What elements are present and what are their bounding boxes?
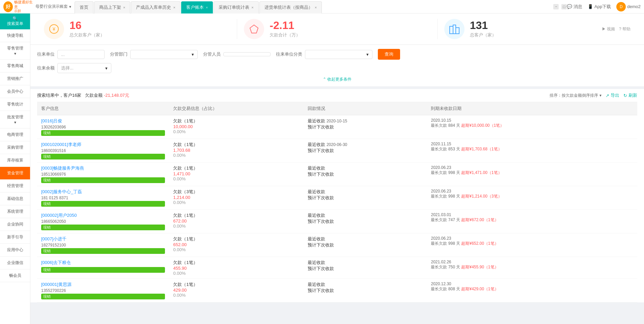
sidebar-item-inventory[interactable]: 库存核算 — [0, 154, 30, 167]
minimize-button[interactable]: － — [553, 4, 559, 9]
customer-name-link[interactable]: [0001020001]李老师 — [41, 142, 165, 148]
close-icon[interactable]: × — [206, 5, 208, 9]
stat-value-2: -2.11 — [270, 20, 300, 31]
overdue-date: 2021.02.26 — [431, 260, 633, 264]
export-button[interactable]: ↗ 导出 — [606, 92, 619, 98]
sidebar-item-purchase[interactable]: 采购管理 — [0, 141, 30, 154]
debt-amount: 1,214.00 — [173, 195, 300, 200]
overdue-amount-link[interactable]: 超期¥1,214.00（3笔） — [461, 194, 502, 199]
customer-cell: [0003]畅捷服务尹海燕 18513066976 现销 — [37, 163, 169, 186]
stats-row: ¥ 16 总欠款客户（家） -2.11 欠款合计（万） — [30, 13, 644, 45]
sidebar-item-enterprise-wechat[interactable]: 企业微信 — [0, 257, 30, 269]
message-button[interactable]: 💬 消息 — [567, 4, 582, 10]
customer-name-link[interactable]: [000002]用户2050 — [41, 212, 165, 218]
dept-select[interactable]: ▾ — [130, 50, 198, 59]
svg-marker-2 — [250, 25, 258, 33]
close-icon[interactable]: × — [315, 5, 317, 9]
debt-percent: 0.00% — [173, 247, 186, 252]
repayment-cell: 最近收款 2020-10-15 预计下次收款 — [304, 115, 427, 139]
last-collection-label: 最近收款 — [308, 118, 325, 123]
customer-name-link[interactable]: [000001]黄思源 — [41, 282, 165, 288]
doc-help-btn[interactable]: ? 帮助 — [619, 26, 631, 32]
sidebar-item-newbie[interactable]: 新手引导 — [0, 231, 30, 244]
customer-name-link[interactable]: [0007]小进千 — [41, 236, 165, 242]
overdue-amount-link[interactable]: 超期¥652.00（1笔） — [461, 241, 498, 246]
sidebar-item-operation[interactable]: 经营管理 — [0, 180, 30, 193]
sidebar-item-finance[interactable]: 资金管理 — [0, 167, 30, 180]
col-customer: 客户信息 — [37, 102, 169, 115]
source-unit-input[interactable]: ... — [57, 50, 105, 59]
sidebar-search[interactable]: 🔍 搜索菜单 — [0, 13, 30, 29]
sidebar-item-retail-mall[interactable]: 零售商城 — [0, 60, 30, 72]
close-icon[interactable]: × — [173, 5, 175, 9]
top-right-area: 💬 消息 📱 App下载 D demo2 — [567, 2, 641, 11]
last-collection-date: 2020-10-15 — [327, 119, 347, 123]
tab-purchase-order[interactable]: 采购订单统计表 × — [214, 1, 258, 13]
overdue-days: 最长欠款 998 天 — [431, 170, 461, 175]
overdue-amount-link[interactable]: 超期¥672.00（1笔） — [461, 217, 498, 222]
sidebar-item-system[interactable]: 系统管理 — [0, 205, 30, 218]
table-row: [000002]用户2050 18665062050 现销 欠款（1笔） 672… — [37, 210, 637, 233]
table-header-row: 客户信息 欠款交易信息（占比） 回款情况 到期未收款日期 — [37, 102, 637, 115]
balance-select[interactable]: 选择... ▾ — [57, 63, 111, 73]
tab-inventory-stats[interactable]: 进货单统计表（按商品） × — [259, 1, 322, 13]
sidebar-item-basic-info[interactable]: 基础信息 — [0, 193, 30, 205]
unit-category-select[interactable]: ▾ — [305, 50, 372, 59]
sidebar-item-vip-member[interactable]: 畅会员 — [0, 269, 30, 282]
refresh-button[interactable]: ↻ 刷新 — [623, 92, 637, 98]
customer-name-link[interactable]: [0016]吕俊 — [41, 118, 165, 124]
debt-percent: 0.00% — [173, 293, 186, 298]
store-selector[interactable]: 母婴行业演示账套 ▾ — [35, 4, 71, 9]
overdue-amount-link[interactable]: 超期¥1,703.68（1笔） — [461, 147, 502, 151]
stat-value-3: 131 — [470, 20, 496, 31]
sidebar-item-retail-mgmt[interactable]: 零售管理 ▾ — [0, 42, 30, 60]
stat-card-3-info: 131 总客户（家） — [470, 20, 496, 38]
overdue-cell: 2021.02.26 最长欠款 750 天 超期¥455.90（1笔） — [427, 257, 637, 279]
user-menu[interactable]: D demo2 — [616, 2, 641, 11]
overdue-amount-link[interactable]: 超期¥429.00（1笔） — [461, 287, 498, 291]
customer-name-link[interactable]: [0006]去下粮仓 — [41, 260, 165, 266]
sidebar-item-app-center[interactable]: 应用中心 — [0, 244, 30, 257]
sidebar-item-retail-stats[interactable]: 零售统计 — [0, 98, 30, 111]
close-icon[interactable]: × — [251, 5, 253, 9]
overdue-amount-link[interactable]: 超期¥1,471.00（1笔） — [461, 170, 502, 175]
customer-name-link[interactable]: [0003]畅捷服务尹海燕 — [41, 165, 165, 171]
filter-dept-label: 分管部门 — [110, 51, 128, 57]
tab-products[interactable]: 商品上下架 × — [94, 1, 130, 13]
col-overdue: 到期未收款日期 — [427, 102, 637, 115]
sidebar-item-batch-mgmt[interactable]: 批发管理 ▾ — [0, 111, 30, 128]
sidebar-item-member[interactable]: 会员中心 — [0, 85, 30, 98]
tab-home[interactable]: 首页 — [75, 1, 93, 13]
customer-name-link[interactable]: [0002]服务中心_丁磊 — [41, 189, 165, 195]
search-button[interactable]: 查询 — [378, 49, 400, 60]
overdue-amount-link[interactable]: 超期¥10,000.00（1笔） — [461, 123, 504, 128]
table-row: [0006]去下粮仓 现销 欠款（1笔） 455.90 0.00% 最近收款 预… — [37, 257, 637, 279]
collapse-filters-btn[interactable]: ⌃ 收起更多条件 — [37, 77, 637, 82]
overdue-date: 2020.06.23 — [431, 189, 633, 194]
sort-selector[interactable]: 排序：按欠款金额倒序排序 ▾ — [550, 93, 601, 98]
export-icon: ↗ — [606, 93, 609, 98]
customer-cell: [0016]吕俊 13026203696 现销 — [37, 115, 169, 139]
overdue-amount-link[interactable]: 超期¥455.90（1笔） — [461, 265, 498, 269]
filter-unit-category-label: 往来单位分类 — [276, 51, 302, 57]
maximize-button[interactable]: □ — [561, 4, 567, 9]
sidebar-item-ecommerce[interactable]: 电商管理 — [0, 128, 30, 141]
last-collection-label: 最近收款 — [308, 260, 325, 265]
video-help-btn[interactable]: ▶ 视频 — [602, 26, 615, 32]
overdue-days: 最长欠款 750 天 — [431, 265, 461, 269]
stat-card-2-info: -2.11 欠款合计（万） — [270, 20, 300, 38]
tab-customer-account[interactable]: 客户账本 × — [181, 1, 213, 13]
chevron-down-icon: ▾ — [69, 4, 71, 9]
app-download-button[interactable]: 📱 App下载 — [588, 4, 611, 10]
stat-help-area: ▶ 视频 ? 帮助 — [602, 26, 631, 32]
debt-percent: 0.00% — [173, 129, 186, 134]
collapse-icon: ⌃ — [323, 77, 327, 82]
sidebar-item-enterprise-coop[interactable]: 企业协同 — [0, 218, 30, 231]
customer-contact: 18513066976 — [41, 172, 165, 177]
manager-input[interactable] — [223, 52, 271, 56]
close-icon[interactable]: × — [123, 5, 125, 9]
sidebar-item-marketing[interactable]: 营销推广 — [0, 72, 30, 85]
sidebar-item-quick-nav[interactable]: 快捷导航 — [0, 29, 30, 42]
tab-production[interactable]: 产成品入库单历史 × — [131, 1, 180, 13]
debt-cell: 欠款（1笔） 1,471.00 0.00% — [169, 163, 304, 186]
